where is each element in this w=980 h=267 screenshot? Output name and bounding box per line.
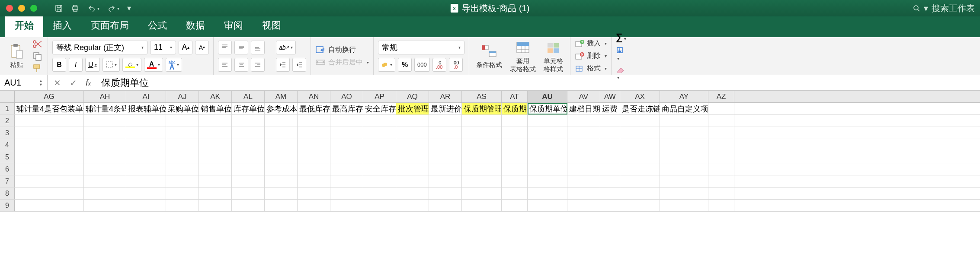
cell-AG7[interactable] xyxy=(15,175,84,187)
cell-AI1[interactable]: 报表辅单位 xyxy=(126,103,166,114)
cell-AW7[interactable] xyxy=(600,175,620,187)
cell-AP3[interactable] xyxy=(363,127,396,139)
row-header-4[interactable]: 4 xyxy=(0,139,15,151)
cell-AM9[interactable] xyxy=(265,200,298,211)
cell-AT4[interactable] xyxy=(502,139,528,151)
column-header-AR[interactable]: AR xyxy=(429,91,462,102)
comma-button[interactable]: 000 xyxy=(414,58,430,72)
cell-AO2[interactable] xyxy=(330,115,363,127)
cell-AR2[interactable] xyxy=(429,115,462,127)
cell-AM7[interactable] xyxy=(265,175,298,187)
cell-AP7[interactable] xyxy=(363,175,396,187)
column-header-AL[interactable]: AL xyxy=(232,91,265,102)
cell-AQ3[interactable] xyxy=(396,127,429,139)
cell-AU5[interactable] xyxy=(528,151,567,163)
decrease-decimal-button[interactable]: .00.0 xyxy=(449,58,463,72)
align-middle-button[interactable] xyxy=(234,41,248,54)
cell-AN1[interactable]: 最低库存 xyxy=(298,103,330,114)
cell-AU3[interactable] xyxy=(528,127,567,139)
cell-AU4[interactable] xyxy=(528,139,567,151)
cell-AT8[interactable] xyxy=(502,188,528,199)
cell-AJ3[interactable] xyxy=(166,127,199,139)
cell-AG2[interactable] xyxy=(15,115,84,127)
cell-AR3[interactable] xyxy=(429,127,462,139)
cell-AY1[interactable]: 商品自定义项 xyxy=(660,103,708,114)
cell-AU2[interactable] xyxy=(528,115,567,127)
cell-AY3[interactable] xyxy=(660,127,708,139)
cell-AW2[interactable] xyxy=(600,115,620,127)
increase-decimal-button[interactable]: .0.00 xyxy=(432,58,446,72)
save-icon[interactable] xyxy=(54,4,63,13)
cell-AI4[interactable] xyxy=(126,139,166,151)
cell-AV3[interactable] xyxy=(567,127,600,139)
column-header-AZ[interactable]: AZ xyxy=(708,91,734,102)
cell-AZ3[interactable] xyxy=(708,127,734,139)
cell-AH8[interactable] xyxy=(84,188,126,199)
decrease-indent-button[interactable] xyxy=(276,58,290,72)
column-header-AV[interactable]: AV xyxy=(567,91,600,102)
cell-AP9[interactable] xyxy=(363,200,396,211)
cell-AI5[interactable] xyxy=(126,151,166,163)
cell-AV9[interactable] xyxy=(567,200,600,211)
cell-AR6[interactable] xyxy=(429,163,462,175)
cell-AQ4[interactable] xyxy=(396,139,429,151)
cell-AS9[interactable] xyxy=(462,200,502,211)
cell-AT6[interactable] xyxy=(502,163,528,175)
align-bottom-button[interactable] xyxy=(251,41,265,54)
cell-AX5[interactable] xyxy=(620,151,660,163)
cell-AR4[interactable] xyxy=(429,139,462,151)
cell-AZ9[interactable] xyxy=(708,200,734,211)
cell-AL4[interactable] xyxy=(232,139,265,151)
cell-AY9[interactable] xyxy=(660,200,708,211)
align-top-button[interactable] xyxy=(218,41,232,54)
cell-AU9[interactable] xyxy=(528,200,567,211)
cell-AO1[interactable]: 最高库存 xyxy=(330,103,363,114)
cell-AS2[interactable] xyxy=(462,115,502,127)
column-header-AG[interactable]: AG xyxy=(15,91,84,102)
column-header-AP[interactable]: AP xyxy=(363,91,396,102)
cell-AP6[interactable] xyxy=(363,163,396,175)
copy-icon[interactable] xyxy=(32,51,43,61)
cell-AH4[interactable] xyxy=(84,139,126,151)
cell-AM3[interactable] xyxy=(265,127,298,139)
search-box[interactable]: ▾ 搜索工作表 xyxy=(913,3,975,14)
bold-button[interactable]: B xyxy=(52,58,66,72)
cell-AS7[interactable] xyxy=(462,175,502,187)
cell-AO5[interactable] xyxy=(330,151,363,163)
redo-icon[interactable]: ▾ xyxy=(107,4,119,13)
cell-AH1[interactable]: 辅计量4条码 xyxy=(84,103,126,114)
percent-button[interactable]: % xyxy=(398,58,412,72)
cell-AJ6[interactable] xyxy=(166,163,199,175)
cell-AK6[interactable] xyxy=(199,163,232,175)
cell-AM4[interactable] xyxy=(265,139,298,151)
cell-AH2[interactable] xyxy=(84,115,126,127)
phonetic-button[interactable]: abcA▾ xyxy=(166,58,182,72)
tab-insert[interactable]: 插入 xyxy=(43,15,81,37)
border-button[interactable]: ▾ xyxy=(102,58,120,72)
cell-AP8[interactable] xyxy=(363,188,396,199)
cell-AK9[interactable] xyxy=(199,200,232,211)
cell-AN9[interactable] xyxy=(298,200,330,211)
align-center-button[interactable] xyxy=(234,58,248,72)
column-header-AO[interactable]: AO xyxy=(330,91,363,102)
cell-AT2[interactable] xyxy=(502,115,528,127)
cell-AL8[interactable] xyxy=(232,188,265,199)
cell-AU8[interactable] xyxy=(528,188,567,199)
cell-AX8[interactable] xyxy=(620,188,660,199)
cell-AO4[interactable] xyxy=(330,139,363,151)
cell-AO8[interactable] xyxy=(330,188,363,199)
cell-AZ8[interactable] xyxy=(708,188,734,199)
cell-AJ1[interactable]: 采购单位 xyxy=(166,103,199,114)
orientation-button[interactable]: ab↗▾ xyxy=(276,41,296,54)
cell-AT9[interactable] xyxy=(502,200,528,211)
cell-AM5[interactable] xyxy=(265,151,298,163)
cell-AT7[interactable] xyxy=(502,175,528,187)
column-header-AK[interactable]: AK xyxy=(199,91,232,102)
cell-AY8[interactable] xyxy=(660,188,708,199)
cell-AV6[interactable] xyxy=(567,163,600,175)
cell-AT5[interactable] xyxy=(502,151,528,163)
align-right-button[interactable] xyxy=(251,58,265,72)
tab-page-layout[interactable]: 页面布局 xyxy=(81,15,138,37)
format-cells-button[interactable]: 格式▾ xyxy=(575,64,607,73)
column-header-AU[interactable]: AU xyxy=(528,91,567,102)
